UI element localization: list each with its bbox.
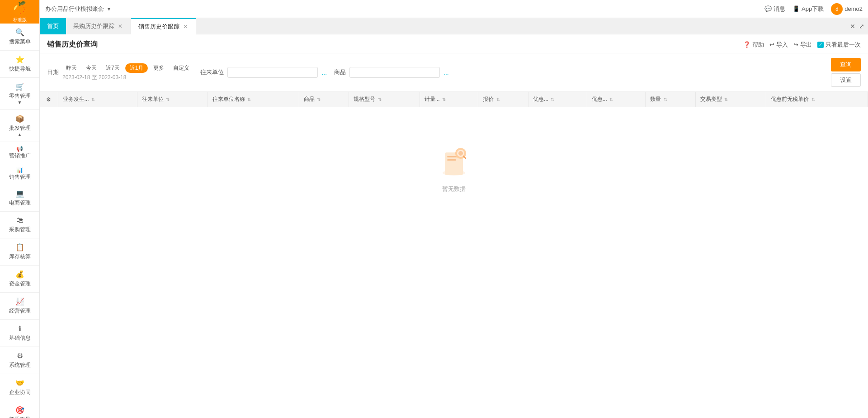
product-dots[interactable]: ... xyxy=(443,69,449,76)
date-btn-1month[interactable]: 近1月 xyxy=(125,63,148,73)
date-options: 昨天 今天 近7天 近1月 更多 自定义 xyxy=(62,63,193,73)
date-btn-custom[interactable]: 自定义 xyxy=(170,63,193,73)
arrow-up-icon: ▲ xyxy=(18,132,22,137)
date-btn-more[interactable]: 更多 xyxy=(150,63,168,73)
col-trade-type[interactable]: 交易类型 ⇅ xyxy=(696,92,766,107)
clipboard-icon: 📋 xyxy=(15,243,24,252)
query-button[interactable]: 查询 xyxy=(831,58,861,71)
message-button[interactable]: 💬 消息 xyxy=(764,5,785,13)
col-discount1[interactable]: 优惠... ⇅ xyxy=(528,92,587,107)
col-settings[interactable]: ⚙ xyxy=(40,92,58,107)
import-button[interactable]: ↩ 导入 xyxy=(769,41,788,49)
col-business-date[interactable]: 业务发生... ⇅ xyxy=(58,92,137,107)
sidebar-item-ecommerce[interactable]: 💻 电商管理 xyxy=(0,185,39,212)
app-download-label: App下载 xyxy=(802,5,824,13)
tab-purchase-close[interactable]: ✕ xyxy=(117,23,123,29)
tab-sales[interactable]: 销售历史价跟踪 ✕ xyxy=(131,18,196,34)
shopping-icon: 🛍 xyxy=(16,216,24,224)
col-partner-name[interactable]: 往来单位名称 ⇅ xyxy=(208,92,299,107)
sidebar-item-sales-mgmt[interactable]: 📊 销售管理 xyxy=(0,163,39,185)
sidebar-item-wholesale[interactable]: 📦 批发管理 ▲ xyxy=(0,110,39,142)
empty-text: 暂无数据 xyxy=(442,185,466,193)
sidebar-item-retail[interactable]: 🛒 零售管理 ▼ xyxy=(0,78,39,110)
user-name: demo2 xyxy=(844,5,863,12)
export-button[interactable]: ↪ 导出 xyxy=(793,41,812,49)
product-input[interactable] xyxy=(349,67,440,78)
col-quote[interactable]: 报价 ⇅ xyxy=(478,92,528,107)
app-download-button[interactable]: 📱 App下载 xyxy=(793,5,824,13)
date-filter-group: 日期 昨天 今天 近7天 近1月 更多 自定义 2023-02-18 至 202… xyxy=(47,63,193,81)
col-label: 优惠... xyxy=(533,96,548,102)
sidebar-item-basic[interactable]: ℹ 基础信息 xyxy=(0,320,39,347)
col-unit[interactable]: 计量... ⇅ xyxy=(420,92,478,107)
sidebar-item-business[interactable]: 📈 经营管理 xyxy=(0,293,39,320)
main-area: 办公用品行业模拟账套 ▾ 💬 消息 📱 App下载 d demo2 首页 采购历… xyxy=(40,0,868,418)
sidebar-item-marketing[interactable]: 📢 营销推广 xyxy=(0,142,39,163)
sidebar-item-inventory[interactable]: 📋 库存核算 xyxy=(0,238,39,266)
sort-icon: ⇅ xyxy=(317,97,321,102)
only-last-checkbox[interactable]: ✓ 只看最后一次 xyxy=(817,41,861,49)
sidebar-item-search[interactable]: 🔍 搜索菜单 xyxy=(0,24,39,51)
settings-button[interactable]: 设置 xyxy=(831,73,861,87)
col-label: 往来单位名称 xyxy=(212,96,245,102)
sidebar-item-label: 库存核算 xyxy=(9,253,31,261)
date-btn-today[interactable]: 今天 xyxy=(82,63,100,73)
sidebar-item-label: 采购管理 xyxy=(9,226,31,233)
sidebar-item-purchase[interactable]: 🛍 采购管理 xyxy=(0,212,39,238)
topbar: 办公用品行业模拟账套 ▾ 💬 消息 📱 App下载 d demo2 xyxy=(40,0,868,18)
export-icon: ↪ xyxy=(793,41,798,48)
download-icon: 📱 xyxy=(793,5,800,12)
data-table: ⚙ 业务发生... ⇅ 往来单位 ⇅ 往来单位名称 ⇅ xyxy=(40,92,868,107)
sidebar-item-system[interactable]: ⚙ 系统管理 xyxy=(0,347,39,374)
col-spec[interactable]: 规格型号 ⇅ xyxy=(349,92,420,107)
tab-purchase[interactable]: 采购历史价跟踪 ✕ xyxy=(66,18,131,34)
close-all-button[interactable]: ✕ xyxy=(850,23,855,30)
col-partner-code[interactable]: 往来单位 ⇅ xyxy=(137,92,208,107)
help-label: 帮助 xyxy=(752,41,764,49)
help-button[interactable]: ❓ 帮助 xyxy=(743,41,764,49)
page-header: 销售历史价查询 ❓ 帮助 ↩ 导入 ↪ 导出 ✓ 只看最后一次 xyxy=(40,34,868,53)
sidebar-item-cooperation[interactable]: 🤝 企业协同 xyxy=(0,374,39,401)
money-icon: 💰 xyxy=(15,270,24,279)
col-label: 往来单位 xyxy=(142,96,164,102)
box-icon: 📦 xyxy=(15,114,24,123)
computer-icon: 💻 xyxy=(15,189,24,198)
tab-home[interactable]: 首页 xyxy=(40,18,66,34)
col-label: 数量 xyxy=(650,96,661,102)
date-btn-7days[interactable]: 近7天 xyxy=(102,63,123,73)
logo-icon: 🍊 xyxy=(12,1,28,16)
col-quantity[interactable]: 数量 ⇅ xyxy=(646,92,696,107)
arrow-down-icon: ▼ xyxy=(18,100,22,105)
page-title: 销售历史价查询 xyxy=(47,40,98,49)
topbar-title: 办公用品行业模拟账套 xyxy=(45,5,104,13)
checkbox-icon: ✓ xyxy=(817,42,824,48)
tab-purchase-label: 采购历史价跟踪 xyxy=(73,22,114,30)
date-range: 2023-02-18 至 2023-03-18 xyxy=(62,74,193,81)
tab-sales-close[interactable]: ✕ xyxy=(182,24,189,30)
target-icon: 🎯 xyxy=(15,406,24,414)
partner-input[interactable] xyxy=(227,67,318,78)
product-filter-group: 商品 ... xyxy=(334,67,449,78)
help-icon: ❓ xyxy=(743,41,750,48)
table-header-row: ⚙ 业务发生... ⇅ 往来单位 ⇅ 往来单位名称 ⇅ xyxy=(40,92,868,107)
topbar-dropdown-icon[interactable]: ▾ xyxy=(108,6,110,12)
sort-icon: ⇅ xyxy=(724,97,728,102)
sidebar-item-guide[interactable]: 🎯 新手引导 xyxy=(0,401,39,418)
message-label: 消息 xyxy=(774,5,785,13)
sort-icon: ⇅ xyxy=(91,97,95,102)
chart-icon: 📊 xyxy=(16,167,23,173)
sidebar-item-shortcut[interactable]: ⭐ 快捷导航 xyxy=(0,51,39,78)
user-menu[interactable]: d demo2 xyxy=(831,3,863,15)
partner-dots[interactable]: ... xyxy=(321,69,327,76)
sort-icon: ⇅ xyxy=(442,97,446,102)
sidebar-item-finance[interactable]: 💰 资金管理 xyxy=(0,266,39,293)
sidebar-item-label: 快捷导航 xyxy=(9,65,31,73)
col-pre-tax[interactable]: 优惠前无税单价 ⇅ xyxy=(766,92,868,107)
maximize-button[interactable]: ⤢ xyxy=(859,23,864,30)
only-last-label: 只看最后一次 xyxy=(826,41,861,49)
handshake-icon: 🤝 xyxy=(15,379,24,387)
col-discount2[interactable]: 优惠... ⇅ xyxy=(587,92,646,107)
date-btn-yesterday[interactable]: 昨天 xyxy=(62,63,80,73)
tab-sales-label: 销售历史价跟踪 xyxy=(138,23,179,31)
col-product[interactable]: 商品 ⇅ xyxy=(299,92,349,107)
